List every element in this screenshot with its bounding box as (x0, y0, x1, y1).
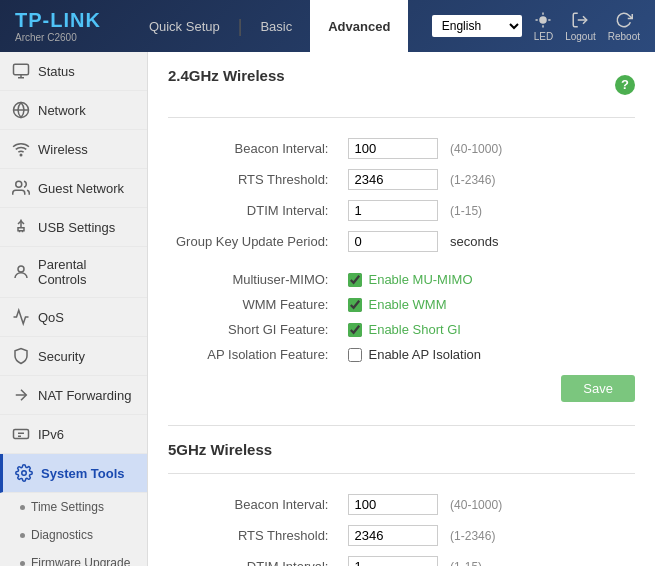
header: TP-LINK Archer C2600 Quick Setup | Basic… (0, 0, 655, 52)
group-key-value-24: seconds (340, 226, 635, 257)
main-content: 2.4GHz Wireless ? Beacon Interval: (40-1… (148, 52, 655, 566)
rts-threshold-hint-24: (1-2346) (450, 173, 495, 187)
shortgi-label-24: Short GI Feature: (168, 317, 340, 342)
beacon-interval-input-5[interactable] (348, 494, 438, 515)
sidebar-item-parental-controls[interactable]: Parental Controls (0, 247, 147, 298)
shortgi-checkbox-24[interactable] (348, 323, 362, 337)
form-table-5ghz: Beacon Interval: (40-1000) RTS Threshold… (168, 489, 635, 566)
sidebar-label-wireless: Wireless (38, 142, 88, 157)
wmm-value-24: Enable WMM (340, 292, 635, 317)
sidebar-item-ipv6[interactable]: IPv6 (0, 415, 147, 454)
parental-icon (12, 263, 30, 281)
reboot-button[interactable]: Reboot (608, 11, 640, 42)
sidebar-item-nat-forwarding[interactable]: NAT Forwarding (0, 376, 147, 415)
led-button[interactable]: LED (534, 11, 553, 42)
wmm-label-24: WMM Feature: (168, 292, 340, 317)
beacon-interval-value-24: (40-1000) (340, 133, 635, 164)
rts-threshold-input-5[interactable] (348, 525, 438, 546)
mu-mimo-value-24: Enable MU-MIMO (340, 267, 635, 292)
wmm-row-24: WMM Feature: Enable WMM (168, 292, 635, 317)
dtim-interval-label-24: DTIM Interval: (168, 195, 340, 226)
nat-icon (12, 386, 30, 404)
form-table-24ghz: Beacon Interval: (40-1000) RTS Threshold… (168, 133, 635, 367)
wmm-checkbox-label-24: Enable WMM (368, 297, 446, 312)
beacon-interval-input-24[interactable] (348, 138, 438, 159)
sidebar-label-system-tools: System Tools (41, 466, 125, 481)
svg-point-12 (16, 181, 22, 187)
rts-threshold-row-24: RTS Threshold: (1-2346) (168, 164, 635, 195)
save-button-24[interactable]: Save (561, 375, 635, 402)
tab-quick-setup[interactable]: Quick Setup (131, 0, 238, 52)
sidebar-label-guest-network: Guest Network (38, 181, 124, 196)
wmm-checkbox-24[interactable] (348, 298, 362, 312)
beacon-interval-hint-5: (40-1000) (450, 498, 502, 512)
tab-advanced[interactable]: Advanced (310, 0, 408, 52)
dot-icon (20, 561, 25, 566)
dtim-interval-input-5[interactable] (348, 556, 438, 566)
ap-isolation-checkbox-24[interactable] (348, 348, 362, 362)
logout-button[interactable]: Logout (565, 11, 596, 42)
beacon-interval-label-5: Beacon Interval: (168, 489, 340, 520)
sidebar-item-guest-network[interactable]: Guest Network (0, 169, 147, 208)
logout-label: Logout (565, 31, 596, 42)
shield-icon (12, 347, 30, 365)
mu-mimo-checkbox-24[interactable] (348, 273, 362, 287)
dot-icon (20, 533, 25, 538)
dot-icon (20, 505, 25, 510)
sidebar-item-network[interactable]: Network (0, 91, 147, 130)
sidebar-label-security: Security (38, 349, 85, 364)
nav-tabs: Quick Setup | Basic Advanced (131, 0, 432, 52)
beacon-interval-row-5: Beacon Interval: (40-1000) (168, 489, 635, 520)
reboot-label: Reboot (608, 31, 640, 42)
rts-threshold-input-24[interactable] (348, 169, 438, 190)
sidebar-item-wireless[interactable]: Wireless (0, 130, 147, 169)
help-icon[interactable]: ? (615, 75, 635, 95)
section-title-24ghz: 2.4GHz Wireless (168, 67, 285, 90)
logo-area: TP-LINK Archer C2600 (15, 9, 101, 43)
dtim-interval-value-24: (1-15) (340, 195, 635, 226)
sidebar-item-security[interactable]: Security (0, 337, 147, 376)
sidebar-label-ipv6: IPv6 (38, 427, 64, 442)
shortgi-row-24: Short GI Feature: Enable Short GI (168, 317, 635, 342)
sidebar-sub-firmware-upgrade[interactable]: Firmware Upgrade (0, 549, 147, 566)
rts-threshold-value-5: (1-2346) (340, 520, 635, 551)
mu-mimo-row-24: Multiuser-MIMO: Enable MU-MIMO (168, 267, 635, 292)
logo-model: Archer C2600 (15, 32, 101, 43)
ipv6-icon (12, 425, 30, 443)
svg-point-11 (20, 154, 22, 156)
sidebar-sub-diagnostics[interactable]: Diagnostics (0, 521, 147, 549)
group-key-row-24: Group Key Update Period: seconds (168, 226, 635, 257)
usb-icon (12, 218, 30, 236)
rts-threshold-row-5: RTS Threshold: (1-2346) (168, 520, 635, 551)
ap-isolation-checkbox-label-24: Enable AP Isolation (368, 347, 481, 362)
mu-mimo-label-24: Multiuser-MIMO: (168, 267, 340, 292)
dtim-interval-hint-5: (1-15) (450, 560, 482, 566)
beacon-interval-label-24: Beacon Interval: (168, 133, 340, 164)
dtim-interval-hint-24: (1-15) (450, 204, 482, 218)
rts-threshold-value-24: (1-2346) (340, 164, 635, 195)
globe-icon (12, 101, 30, 119)
gear-icon (15, 464, 33, 482)
language-select[interactable]: English (432, 15, 522, 37)
sidebar-item-usb-settings[interactable]: USB Settings (0, 208, 147, 247)
header-right: English LED Logout Reboot (432, 11, 640, 42)
group-key-label-24: Group Key Update Period: (168, 226, 340, 257)
chart-icon (12, 62, 30, 80)
ap-isolation-row-24: AP Isolation Feature: Enable AP Isolatio… (168, 342, 635, 367)
sidebar-sub-time-settings[interactable]: Time Settings (0, 493, 147, 521)
svg-point-15 (22, 471, 27, 476)
divider-24ghz (168, 117, 635, 118)
svg-point-13 (18, 266, 24, 272)
sidebar-item-qos[interactable]: QoS (0, 298, 147, 337)
tab-basic[interactable]: Basic (242, 0, 310, 52)
dtim-interval-row-5: DTIM Interval: (1-15) (168, 551, 635, 566)
svg-point-0 (540, 16, 548, 24)
dtim-interval-value-5: (1-15) (340, 551, 635, 566)
dtim-interval-input-24[interactable] (348, 200, 438, 221)
logo-tp: TP-LINK (15, 9, 101, 32)
sidebar-item-system-tools[interactable]: System Tools (0, 454, 147, 493)
group-key-input-24[interactable] (348, 231, 438, 252)
group-key-hint-24: seconds (450, 234, 498, 249)
sidebar-item-status[interactable]: Status (0, 52, 147, 91)
beacon-interval-hint-24: (40-1000) (450, 142, 502, 156)
